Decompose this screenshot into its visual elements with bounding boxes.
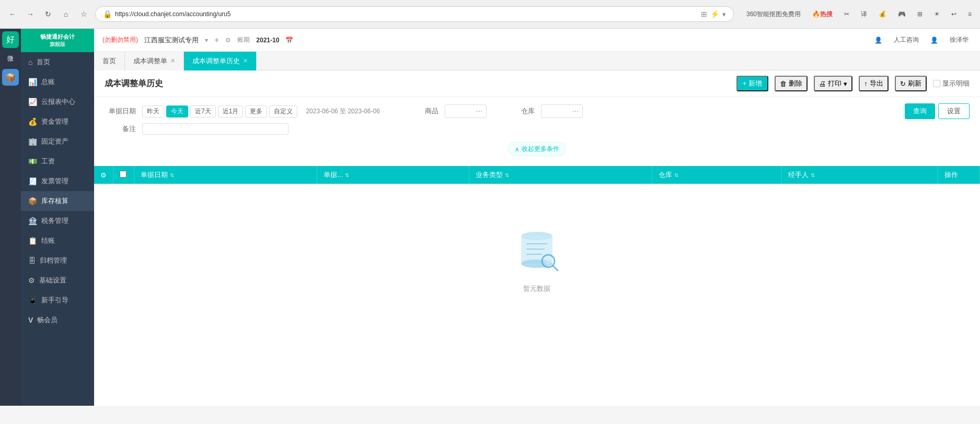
reports-icon: 📈 <box>28 98 37 106</box>
warehouse-select[interactable]: ··· <box>541 104 583 118</box>
coins-btn[interactable]: 💰 <box>875 9 890 19</box>
th-biz-type-sort-icon[interactable]: ⇅ <box>505 172 509 178</box>
browser-chrome: ← → ↻ ⌂ ☆ 🔒 https://cloud.chanjet.com/ac… <box>0 0 980 29</box>
sidebar-icon-active[interactable]: 📦 <box>2 69 19 86</box>
sidebar-item-home[interactable]: ⌂ 首页 <box>21 52 94 72</box>
print-button[interactable]: 🖨 打印 ▾ <box>814 76 852 91</box>
sidebar-item-tax[interactable]: 🏦 税务管理 <box>21 211 94 231</box>
sidebar-item-ledger[interactable]: 📊 总账 <box>21 72 94 92</box>
select-all-checkbox[interactable] <box>120 171 126 178</box>
refresh-button[interactable]: ↻ 刷新 <box>895 76 927 91</box>
game-btn[interactable]: 🎮 <box>895 9 909 19</box>
date-btn-more[interactable]: 更多 <box>245 105 267 117</box>
show-cols-checkbox[interactable] <box>933 80 940 87</box>
smart-cutout-btn[interactable]: 360智能抠图免费用 <box>743 9 804 20</box>
tab-cost-adjust-history-close[interactable]: ✕ <box>243 57 248 64</box>
th-biz-type[interactable]: 业务类型 ⇅ <box>469 166 652 184</box>
tab-home-label: 首页 <box>102 56 116 66</box>
date-btn-today[interactable]: 今天 <box>166 105 188 117</box>
undo-btn[interactable]: ↩ <box>948 9 960 19</box>
consult-button[interactable]: 人工咨询 <box>891 34 922 45</box>
hot-search-btn[interactable]: 🔥热搜 <box>809 9 836 20</box>
collapse-icon: ∧ <box>515 146 520 153</box>
tab-cost-adjust-close[interactable]: ✕ <box>170 57 175 64</box>
member-icon: V <box>28 316 33 324</box>
collapse-button[interactable]: ∧ 收起更多条件 <box>508 142 566 156</box>
remark-input[interactable] <box>142 123 289 135</box>
date-btn-yesterday[interactable]: 昨天 <box>142 105 164 117</box>
forward-button[interactable]: → <box>23 7 38 21</box>
date-btn-1month[interactable]: 近1月 <box>218 105 244 117</box>
sidebar-item-guide[interactable]: 📱 新手引导 <box>21 290 94 310</box>
collapse-row: ∧ 收起更多条件 <box>105 139 970 159</box>
refresh-button[interactable]: ↻ <box>41 7 55 21</box>
translate-btn[interactable]: 译 <box>858 9 870 20</box>
user-avatar-icon: 👤 <box>930 37 938 44</box>
salary-icon: 💵 <box>28 157 37 166</box>
tax-icon: 🏦 <box>28 217 37 225</box>
scissors-btn[interactable]: ✂ <box>841 9 852 19</box>
print-label: 打印 <box>828 79 841 88</box>
table-header-row: ⚙ 单据日期 ⇅ 单据... ⇅ 业务类型 <box>94 166 980 184</box>
star-button[interactable]: ☆ <box>76 7 91 21</box>
grid-btn[interactable]: ⊞ <box>914 9 926 19</box>
menu-btn[interactable]: ≡ <box>965 9 975 19</box>
sidebar-item-settings[interactable]: ⚙ 基础设置 <box>21 270 94 290</box>
sidebar-item-salary[interactable]: 💵 工资 <box>21 151 94 171</box>
warehouse-more-dots[interactable]: ··· <box>572 107 579 116</box>
goods-select[interactable]: ··· <box>445 104 487 118</box>
dropdown-icon[interactable]: ▾ <box>205 37 208 44</box>
address-bar[interactable]: 🔒 https://cloud.chanjet.com/accounting/u… <box>95 6 734 22</box>
th-warehouse[interactable]: 仓库 ⇅ <box>652 166 782 184</box>
user-name-button[interactable]: 徐泽华 <box>947 34 972 45</box>
sidebar-item-archive[interactable]: 🗄 归档管理 <box>21 251 94 270</box>
browser-chevron-icon[interactable]: ▾ <box>722 10 726 18</box>
sidebar-item-inventory[interactable]: 📦 库存核算 <box>21 191 94 211</box>
guide-icon: 📱 <box>28 296 37 304</box>
th-checkbox[interactable] <box>113 166 134 184</box>
sidebar-item-funds[interactable]: 💰 资金管理 <box>21 112 94 132</box>
sidebar-item-invoice[interactable]: 🧾 发票管理 <box>21 171 94 191</box>
sidebar-item-member[interactable]: V 畅会员 <box>21 310 94 330</box>
th-number[interactable]: 单据... ⇅ <box>317 166 469 184</box>
settings-gear-icon[interactable]: ⚙ <box>225 37 231 44</box>
th-gear[interactable]: ⚙ <box>94 166 113 184</box>
goods-more-dots[interactable]: ··· <box>476 107 482 116</box>
add-icon[interactable]: + <box>214 36 219 45</box>
show-cols-toggle[interactable]: 显示明细 <box>933 79 970 88</box>
remark-label: 备注 <box>105 124 136 134</box>
tab-cost-adjust-label: 成本调整单 <box>133 56 167 66</box>
tab-home[interactable]: 首页 <box>94 52 125 70</box>
sidebar-item-label-closing: 结账 <box>41 236 55 245</box>
export-label: 导出 <box>870 79 883 88</box>
th-warehouse-sort-icon[interactable]: ⇅ <box>674 172 678 178</box>
home-button[interactable]: ⌂ <box>59 7 73 21</box>
delete-button[interactable]: 🗑 删除 <box>775 76 808 91</box>
export-button[interactable]: ↑ 导出 <box>859 76 889 91</box>
filter-settings-button[interactable]: 设置 <box>938 103 970 119</box>
date-btn-custom[interactable]: 自定义 <box>269 105 297 117</box>
print-chevron-icon[interactable]: ▾ <box>844 80 847 88</box>
brightness-btn[interactable]: ☀ <box>931 9 943 19</box>
consult-icon: 👤 <box>874 37 882 44</box>
tab-cost-adjust[interactable]: 成本调整单 ✕ <box>125 52 184 70</box>
sidebar-item-reports[interactable]: 📈 云报表中心 <box>21 92 94 112</box>
period-value: 2021-10 <box>256 37 279 44</box>
sidebar-item-closing[interactable]: 📋 结账 <box>21 231 94 251</box>
th-date[interactable]: 单据日期 ⇅ <box>134 166 317 184</box>
calendar-icon[interactable]: 📅 <box>285 37 293 44</box>
date-btn-7days[interactable]: 近7天 <box>190 105 216 117</box>
new-button[interactable]: + 新增 <box>736 76 769 91</box>
th-handler-sort-icon[interactable]: ⇅ <box>811 172 815 178</box>
data-table: ⚙ 单据日期 ⇅ 单据... ⇅ 业务类型 <box>94 166 980 335</box>
sidebar-item-assets[interactable]: 🏢 固定资产 <box>21 132 94 151</box>
back-button[interactable]: ← <box>5 7 20 21</box>
th-handler[interactable]: 经手人 ⇅ <box>781 166 938 184</box>
sidebar-icon-weibo[interactable]: 微 <box>2 50 19 67</box>
th-date-sort-icon[interactable]: ⇅ <box>170 172 174 178</box>
tab-cost-adjust-history[interactable]: 成本调整单历史 ✕ <box>184 52 257 70</box>
delete-label: 删除 <box>789 79 802 88</box>
query-button[interactable]: 查询 <box>905 103 935 119</box>
th-number-sort-icon[interactable]: ⇅ <box>345 172 349 178</box>
browser-grid-icon: ⊞ <box>701 10 707 18</box>
